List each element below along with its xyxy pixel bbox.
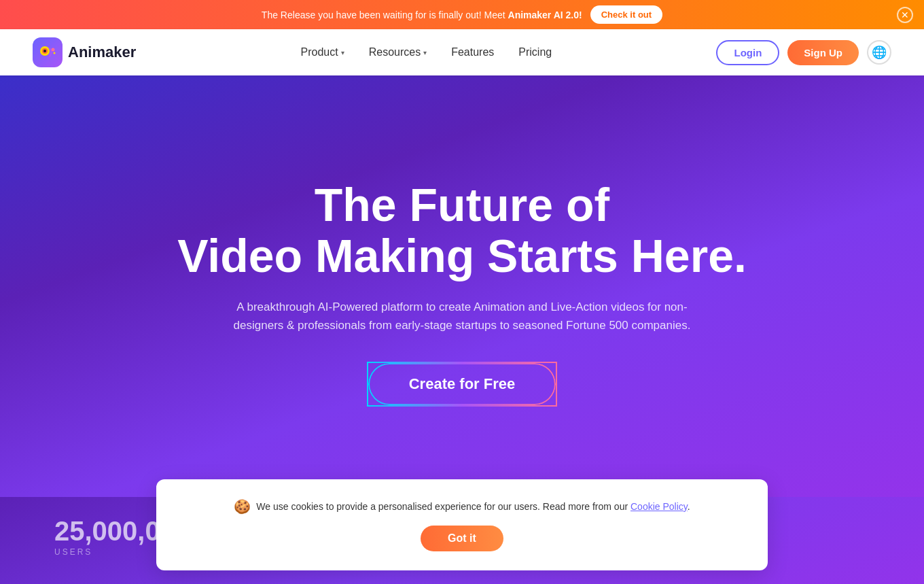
brand-name: Animaker bbox=[68, 44, 136, 61]
cookie-message: 🍪 We use cookies to provide a personalis… bbox=[234, 498, 690, 515]
nav-item-product[interactable]: Product ▾ bbox=[301, 46, 344, 58]
navbar-logo[interactable]: Animaker bbox=[33, 37, 136, 67]
navbar: Animaker Product ▾ Resources ▾ Features … bbox=[0, 29, 924, 75]
nav-link-product[interactable]: Product ▾ bbox=[301, 46, 344, 58]
nav-menu: Product ▾ Resources ▾ Features Pricing bbox=[301, 46, 552, 58]
nav-item-features[interactable]: Features bbox=[451, 46, 494, 58]
chevron-down-icon: ▾ bbox=[341, 49, 344, 56]
hero-heading: The Future of Video Making Starts Here. bbox=[177, 179, 747, 281]
nav-link-resources[interactable]: Resources ▾ bbox=[369, 46, 427, 58]
hero-subtitle: A breakthrough AI-Powered platform to cr… bbox=[231, 298, 693, 334]
nav-item-pricing[interactable]: Pricing bbox=[518, 46, 552, 58]
create-for-free-button[interactable]: Create for Free bbox=[367, 362, 558, 407]
banner-text: The Release you have been waiting for is… bbox=[262, 10, 582, 20]
got-it-button[interactable]: Got it bbox=[421, 526, 503, 551]
cookie-banner: 🍪 We use cookies to provide a personalis… bbox=[156, 479, 768, 570]
check-it-out-button[interactable]: Check it out bbox=[590, 5, 662, 24]
language-selector-button[interactable]: 🌐 bbox=[867, 40, 891, 65]
logo-icon bbox=[33, 37, 63, 67]
nav-link-pricing[interactable]: Pricing bbox=[518, 46, 552, 58]
login-button[interactable]: Login bbox=[716, 40, 779, 65]
svg-point-2 bbox=[43, 50, 46, 52]
signup-button[interactable]: Sign Up bbox=[787, 40, 859, 65]
announcement-banner: The Release you have been waiting for is… bbox=[0, 0, 924, 29]
navbar-actions: Login Sign Up 🌐 bbox=[716, 40, 891, 65]
svg-point-3 bbox=[52, 48, 55, 52]
cookie-policy-link[interactable]: Cookie Policy bbox=[630, 501, 688, 512]
globe-icon: 🌐 bbox=[872, 45, 887, 60]
banner-close-button[interactable]: ✕ bbox=[897, 7, 913, 23]
svg-point-4 bbox=[54, 52, 56, 54]
chevron-down-icon: ▾ bbox=[423, 49, 427, 56]
cookie-icon: 🍪 bbox=[234, 498, 251, 515]
nav-item-resources[interactable]: Resources ▾ bbox=[369, 46, 427, 58]
hero-section: The Future of Video Making Starts Here. … bbox=[0, 75, 924, 497]
nav-link-features[interactable]: Features bbox=[451, 46, 494, 58]
